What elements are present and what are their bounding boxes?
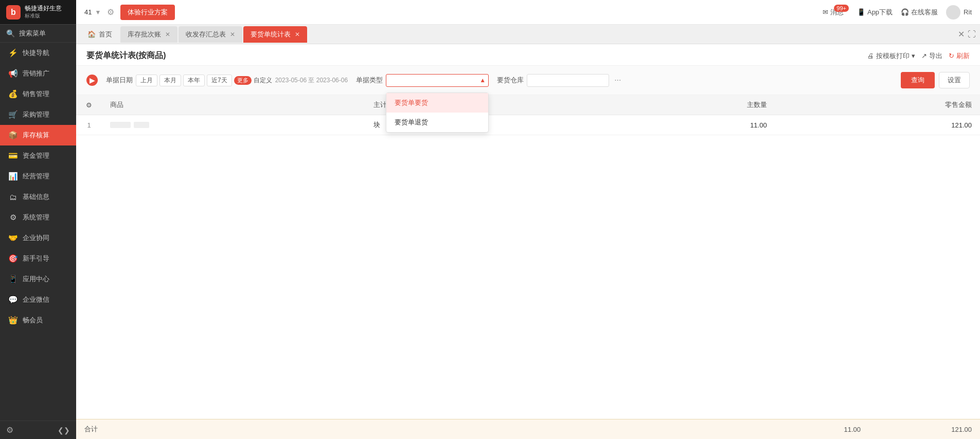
sidebar-item-label: 企业微信: [23, 295, 49, 304]
refresh-button[interactable]: ↻ 刷新: [949, 51, 970, 61]
dropdown-item-order-return[interactable]: 要货单退货: [386, 113, 488, 132]
settings-button[interactable]: 设置: [939, 72, 970, 88]
sidebar-item-label: 企业协同: [23, 233, 49, 243]
type-input-wrapper: ▲ 要货单要货 要货单退货: [386, 74, 489, 87]
sidebar-item-member[interactable]: 👑 畅会员: [0, 310, 76, 331]
online-service-label: 在线客服: [911, 8, 938, 17]
tab-receive-summary-close[interactable]: ✕: [230, 31, 235, 38]
table-row: 1 块 11.00 121.00: [76, 115, 980, 135]
user-avatar-area[interactable]: Rit: [946, 5, 972, 20]
product-placeholder-2: [134, 122, 149, 128]
qty-cell: 11.00: [602, 115, 775, 135]
warehouse-input[interactable]: [527, 74, 609, 87]
sidebar-item-basic[interactable]: 🗂 基础信息: [0, 187, 76, 207]
col-amount: 零售金额: [775, 95, 980, 115]
sidebar-item-label: 应用中心: [23, 275, 49, 284]
sidebar-item-app-center[interactable]: 📱 应用中心: [0, 269, 76, 289]
sidebar-item-enterprise[interactable]: 🤝 企业协同: [0, 228, 76, 248]
sidebar-item-inventory[interactable]: 📦 库存核算: [0, 125, 76, 145]
tab-home[interactable]: 🏠 首页: [80, 26, 119, 43]
tab-batch-account-label: 库存批次账: [128, 30, 161, 39]
warehouse-filter-group: 要货仓库 ···: [497, 74, 621, 87]
brand-sub: 标准版: [25, 12, 62, 20]
sidebar-item-operation[interactable]: 📊 经营管理: [0, 166, 76, 187]
tab-order-stats-close[interactable]: ✕: [295, 31, 300, 38]
sidebar-item-sales[interactable]: 💰 销售管理: [0, 84, 76, 104]
headset-icon: 🎧: [901, 8, 909, 16]
print-icon: 🖨: [867, 52, 874, 60]
app-center-icon: 📱: [8, 275, 17, 284]
tab-order-stats[interactable]: 要货单统计表 ✕: [243, 26, 307, 43]
tab-receive-summary-label: 收发存汇总表: [186, 30, 226, 39]
sidebar-nav: ⚡ 快捷导航 📢 营销推广 💰 销售管理 🛒 采购管理 📦 库存核算 💳 资金管…: [0, 43, 76, 420]
online-service-link[interactable]: 🎧 在线客服: [901, 8, 938, 17]
tab-receive-summary[interactable]: 收发存汇总表 ✕: [179, 26, 242, 43]
marketing-icon: 📢: [8, 69, 17, 78]
sidebar-item-quick-nav[interactable]: ⚡ 快捷导航: [0, 43, 76, 63]
warehouse-input-wrapper: [527, 74, 609, 87]
member-icon: 👑: [8, 316, 17, 325]
basic-icon: 🗂: [8, 193, 17, 202]
app-download-link[interactable]: 📱 App下载: [857, 8, 893, 17]
date-btn-last-7-days[interactable]: 近7天: [207, 75, 232, 86]
col-settings[interactable]: ⚙: [76, 95, 102, 115]
tab-close-all-button[interactable]: ✕: [958, 29, 965, 39]
amount-cell: 121.00: [775, 115, 980, 135]
sidebar-settings-icon[interactable]: ⚙: [6, 425, 13, 435]
export-button[interactable]: ↗ 导出: [921, 51, 942, 61]
topbar-gear-icon[interactable]: ⚙: [107, 7, 114, 17]
sidebar: b 畅捷通好生意 标准版 🔍 搜索菜单 ⚡ 快捷导航 📢 营销推广 💰 销售管理…: [0, 0, 76, 439]
warehouse-more-icon[interactable]: ···: [614, 76, 621, 85]
print-label: 按模板打印: [876, 51, 910, 61]
tab-home-label: 首页: [99, 30, 112, 39]
date-filter-label: 单据日期: [106, 76, 133, 85]
date-custom-button[interactable]: 自定义: [254, 76, 272, 85]
main-area: 41 ▼ ⚙ 体验行业方案 ✉ 消息 99+ 📱 App下载 🎧 在线客服 Ri…: [76, 0, 980, 439]
warehouse-filter-label: 要货仓库: [497, 76, 524, 85]
sidebar-item-marketing[interactable]: 📢 营销推广: [0, 63, 76, 84]
table-footer: 合计 11.00 121.00: [76, 419, 980, 439]
date-btn-last-month[interactable]: 上月: [136, 75, 157, 86]
sidebar-item-label: 快捷导航: [23, 48, 49, 58]
refresh-label: 刷新: [956, 51, 970, 61]
sidebar-item-purchase[interactable]: 🛒 采购管理: [0, 104, 76, 125]
sidebar-search[interactable]: 🔍 搜索菜单: [0, 25, 76, 43]
page-header-actions: 🖨 按模板打印 ▾ ↗ 导出 ↻ 刷新: [867, 51, 970, 61]
dropdown-item-order-goods[interactable]: 要货单要货: [386, 93, 488, 113]
quick-nav-icon: ⚡: [8, 48, 17, 58]
print-button[interactable]: 🖨 按模板打印 ▾: [867, 51, 915, 61]
store-selector[interactable]: 41 ▼: [84, 8, 101, 16]
date-btn-this-month[interactable]: 本月: [159, 75, 181, 86]
tab-batch-account[interactable]: 库存批次账 ✕: [120, 26, 177, 43]
date-more-badge[interactable]: 更多: [234, 76, 252, 85]
sidebar-item-label: 资金管理: [23, 151, 49, 160]
sidebar-item-label: 畅会员: [23, 316, 43, 325]
tab-batch-account-close[interactable]: ✕: [165, 31, 170, 38]
sidebar-item-wechat[interactable]: 💬 企业微信: [0, 289, 76, 310]
sidebar-item-finance[interactable]: 💳 资金管理: [0, 145, 76, 166]
type-filter-label: 单据类型: [356, 76, 383, 85]
phone-icon: 📱: [857, 8, 865, 16]
guide-icon: 🎯: [8, 254, 17, 263]
col-settings-icon: ⚙: [86, 101, 92, 109]
sidebar-item-label: 采购管理: [23, 110, 49, 119]
system-icon: ⚙: [8, 213, 17, 222]
type-input[interactable]: [386, 74, 489, 87]
sidebar-item-label: 系统管理: [23, 213, 49, 222]
sidebar-item-system[interactable]: ⚙ 系统管理: [0, 207, 76, 228]
messages-badge[interactable]: ✉ 消息 99+: [823, 8, 844, 17]
avatar: [946, 5, 960, 20]
trial-button[interactable]: 体验行业方案: [120, 5, 175, 20]
filter-expand-button[interactable]: ▶: [86, 75, 98, 86]
sidebar-item-guide[interactable]: 🎯 新手引导: [0, 248, 76, 269]
sidebar-item-label: 销售管理: [23, 89, 49, 99]
dropdown-item-order-goods-label: 要货单要货: [395, 99, 428, 106]
brand-name: 畅捷通好生意: [25, 5, 62, 13]
sidebar-item-label: 库存核算: [23, 131, 49, 140]
sidebar-collapse-icon[interactable]: ❮❯: [58, 426, 70, 434]
date-btn-this-year[interactable]: 本年: [183, 75, 205, 86]
table-wrapper: ⚙ 商品 主计量单位 主数量 零售金额 1: [76, 95, 980, 419]
product-placeholder-1: [110, 122, 131, 128]
search-button[interactable]: 查询: [901, 72, 935, 88]
tab-expand-button[interactable]: ⛶: [968, 29, 976, 39]
